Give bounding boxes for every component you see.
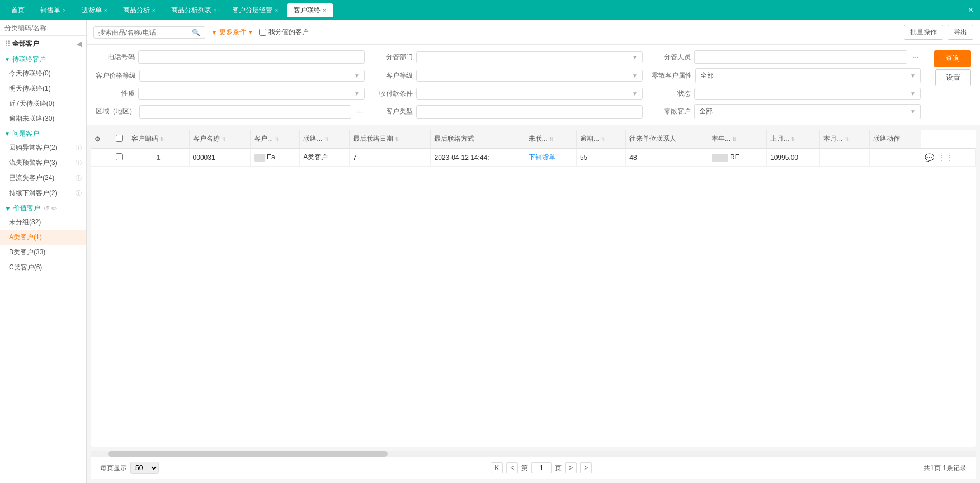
my-customers-checkbox[interactable] [259,29,266,36]
sidebar-search-input[interactable] [4,24,87,32]
sidebar-item-week[interactable]: 近7天待联络(0) [0,96,86,111]
table-gear-icon[interactable]: ⚙ [95,135,101,143]
nature-select[interactable]: ▼ [138,88,365,100]
scattered-chevron-icon: ▼ [910,108,916,115]
region-dots-icon[interactable]: ··· [355,108,365,116]
sidebar-item-class-c[interactable]: C类客户(6) [0,260,86,275]
row-last-contact-date: 2023-04-12 14:44: [431,149,525,167]
col-gear: ⚙ [91,130,111,149]
my-customers-checkbox-area: 我分管的客户 [259,27,309,37]
row-contacts: RE . [708,149,767,167]
price-level-select[interactable]: ▼ [139,70,365,82]
first-page-button[interactable]: K [491,462,503,473]
row-no-contact: 55 [576,149,625,167]
content-area: 🔍 ▼ 更多条件 ▼ 我分管的客户 批量操作 导出 [87,20,980,483]
table-footer: 每页显示 50 100 200 K < 第 页 > > 共1页 1条记录 [91,457,976,479]
edit-icon[interactable]: ✏ [51,205,57,212]
close-customer-layer-icon[interactable]: × [275,7,278,13]
page-size-area: 每页显示 50 100 200 [100,462,159,474]
row-last-month [820,149,869,167]
filter-customer-level: 客户等级 ▼ [374,70,652,82]
close-customer-contact-icon[interactable]: × [323,7,326,13]
sort-overdue-icon: ⇅ [601,136,605,142]
query-button[interactable]: 查询 [934,50,971,67]
nav-purchase[interactable]: 进货单 × [75,3,114,17]
scattered-attr-chevron-icon: ▼ [910,73,916,79]
nav-analysis-list[interactable]: 商品分析列表 × [164,3,224,17]
nav-customer-contact[interactable]: 客户联络 × [287,3,333,17]
nav-home[interactable]: 首页 [4,3,31,17]
scattered-select[interactable]: 全部 ▼ [694,104,921,119]
sort-contact-count-icon: ⇅ [324,136,329,142]
manager-input[interactable] [694,50,907,64]
close-analysis-list-icon[interactable]: × [214,7,217,13]
filter-row-3: 性质 ▼ 收付款条件 ▼ [96,88,930,100]
sidebar-item-repurchase-abnormal[interactable]: 回购异常客户(2) ⓘ [0,140,86,155]
row-this-month [869,149,921,167]
batch-operations-button[interactable]: 批量操作 [904,25,943,40]
sidebar-item-class-a[interactable]: A类客户(1) [0,230,86,245]
prev-page-button[interactable]: < [506,462,518,473]
refresh-icon[interactable]: ↺ [44,205,49,212]
col-last-contact-date-header: 最后联络日期 ⇅ [349,130,431,149]
col-last-contact-method-header: 最后联络方式 [431,130,525,149]
phone-input[interactable] [138,50,365,64]
manager-dots-icon[interactable]: ··· [911,53,921,61]
nav-customer-layer[interactable]: 客户分层经营 × [225,3,285,17]
customer-type-input[interactable] [416,105,643,119]
col-actions-header: 联络动作 [869,130,921,149]
query-button-group: 查询 设置 [930,50,971,86]
close-sales-icon[interactable]: × [63,7,66,13]
sidebar-item-overdue[interactable]: 逾期未联络(30) [0,111,86,126]
sidebar-collapse-icon[interactable]: ◀ [77,40,82,48]
main-search-icon[interactable]: 🔍 [192,29,200,36]
setting-button[interactable]: 设置 [935,69,971,86]
next-page-button[interactable]: > [565,462,577,473]
row-checkbox[interactable] [116,153,123,160]
sidebar-item-declining[interactable]: 持续下滑客户(2) ⓘ [0,186,86,201]
close-analysis-icon[interactable]: × [152,7,156,13]
table-body: 1 000031 Ea A类客户 7 2023-04-12 14:44: 下销货… [91,149,976,167]
scattered-label: 零散客户 [652,107,691,116]
sort-type-icon: ⇅ [275,136,279,142]
customer-level-select[interactable]: ▼ [416,70,643,82]
last-page-button[interactable]: > [580,462,592,473]
nav-analysis[interactable]: 商品分析 × [116,3,162,17]
row-code: 000031 [189,149,250,167]
pagination-area: K < 第 页 > > [491,462,592,473]
sidebar-item-today[interactable]: 今天待联络(0) [0,66,86,81]
dept-select[interactable]: ▼ [416,51,643,63]
manager-label: 分管人员 [652,53,691,62]
sidebar-item-ungrouped[interactable]: 未分组(32) [0,215,86,230]
sidebar-item-churn-warning[interactable]: 流失预警客户(3) ⓘ [0,155,86,171]
payment-select[interactable]: ▼ [416,88,643,100]
scattered-attr-select[interactable]: 全部 ▼ [695,68,921,83]
close-all-button[interactable]: × [968,5,973,15]
region-input[interactable] [139,105,351,119]
main-search-input[interactable] [98,29,190,36]
col-contact-count-header: 联络... ⇅ [300,130,349,149]
phone-label: 电话号码 [96,53,135,62]
scrollbar-thumb[interactable] [108,451,388,457]
page-size-select[interactable]: 50 100 200 [130,462,159,474]
action-icon-1[interactable]: 💬 [925,153,934,162]
table-row: 1 000031 Ea A类客户 7 2023-04-12 14:44: 下销货… [91,149,976,167]
action-icon-2[interactable]: ⋮⋮ [937,153,953,162]
customer-level-label: 客户等级 [374,71,413,80]
export-button[interactable]: 导出 [948,25,973,40]
price-level-label: 客户价格等级 [96,71,136,80]
horizontal-scrollbar[interactable] [91,451,976,457]
sidebar-item-tomorrow[interactable]: 明天待联络(1) [0,81,86,96]
select-all-checkbox[interactable] [116,135,123,142]
page-number-input[interactable] [531,462,552,473]
last-contact-method-link[interactable]: 下销货单 [529,153,555,161]
sidebar-item-class-b[interactable]: B类客户(33) [0,245,86,260]
close-purchase-icon[interactable]: × [104,7,107,13]
nav-sales[interactable]: 销售单 × [34,3,73,17]
status-select[interactable]: ▼ [694,88,921,100]
sort-this-year-icon: ⇅ [732,136,737,142]
filter-scattered-attr: 零散客户属性 全部 ▼ [652,68,930,83]
filter-row-2: 客户价格等级 ▼ 客户等级 ▼ [96,68,930,83]
more-filters-button[interactable]: ▼ 更多条件 ▼ [211,27,253,37]
sidebar-item-churned[interactable]: 已流失客户(24) ⓘ [0,171,86,186]
